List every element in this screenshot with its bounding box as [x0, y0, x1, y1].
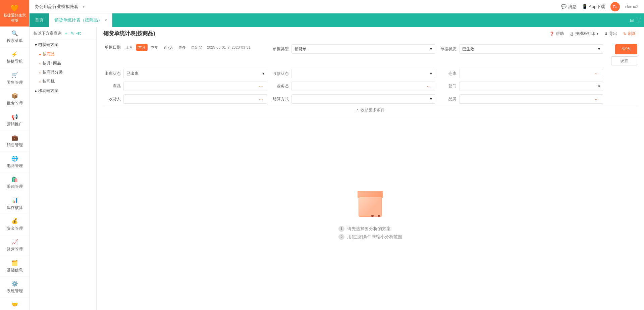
tab-bar: 首页 销货单统计表（按商品） × ⊟ ⛶ — [30, 13, 644, 27]
sidebar-item-marketing[interactable]: 📢营销推广 — [0, 110, 29, 131]
sidebar-item-wholesale[interactable]: 📦批发管理 — [0, 89, 29, 110]
export-btn[interactable]: ⬇ 导出 — [603, 30, 619, 37]
sidebar-label-wholesale: 批发管理 — [7, 101, 23, 106]
right-panel: 销货单统计表(按商品) ❓ 帮助 🖨 按模板打印 ▾ ⬇ 导出 — [97, 27, 644, 310]
payment-label: 收款状态 — [271, 71, 289, 76]
box-body — [359, 197, 382, 217]
sidebar-item-quick_nav[interactable]: ⚡快捷导航 — [0, 47, 29, 68]
department-arrow: ▾ — [598, 84, 600, 89]
settlement-select[interactable]: ▾ — [291, 94, 435, 104]
sidebar-icon-retail: 🛒 — [1, 71, 28, 79]
sidebar-icon-ecommerce: 🌐 — [1, 155, 28, 162]
sidebar-label-inventory: 库存核算 — [7, 205, 23, 210]
sidebar-icon-enterprise: 🤝 — [1, 301, 28, 308]
date-quick-btns: 上月 本月 本年 近7天 更多 自定义 2023-03-01 至 2023-03… — [123, 44, 267, 51]
date-btn-last-month[interactable]: 上月 — [123, 44, 135, 51]
sidebar-label-basic: 基础信息 — [7, 268, 23, 272]
warehouse-select[interactable]: 已出库 ▾ — [123, 69, 267, 78]
sidebar-label-sales: 销售管理 — [7, 143, 23, 147]
tab-home-label: 首页 — [35, 17, 44, 23]
tab-report[interactable]: 销货单统计表（按商品） × — [49, 13, 112, 27]
date-btn-7days[interactable]: 近7天 — [162, 44, 175, 51]
department-select[interactable]: ▾ — [459, 82, 603, 91]
tree-mobile-section[interactable]: ▸ 移动端方案 — [30, 86, 96, 96]
date-btn-custom[interactable]: 自定义 — [189, 44, 204, 51]
hint-text-2: 用[过滤]条件来缩小分析范围 — [347, 234, 402, 240]
tab-actions: ⊟ ⛶ — [630, 17, 644, 23]
help-btn[interactable]: ❓ 帮助 — [548, 30, 565, 37]
sidebar-icon-quick_nav: ⚡ — [1, 51, 28, 58]
collapse-panel-btn[interactable]: ≪ — [76, 31, 81, 36]
tree-item-by_printer[interactable]: ○按司机 — [30, 77, 96, 86]
add-scheme-btn[interactable]: ＋ — [64, 30, 68, 36]
print-btn[interactable]: 🖨 按模板打印 ▾ — [569, 30, 600, 37]
receiver-input[interactable]: ··· — [123, 94, 267, 104]
refresh-btn[interactable]: ↻ 刷新 — [622, 30, 637, 37]
sidebar-items: 🔍搜索菜单⚡快捷导航🛒零售管理📦批发管理📢营销推广💼销售管理🌐电商管理🛍️采购管… — [0, 27, 29, 310]
sidebar-icon-finance: 💰 — [1, 217, 28, 225]
tree-label-by_product_category: 按商品分类 — [43, 69, 63, 75]
date-btn-more[interactable]: 更多 — [176, 44, 188, 51]
salesperson-ellipsis[interactable]: ··· — [426, 84, 432, 89]
tree-item-by_product[interactable]: ●按商品 — [30, 50, 96, 59]
hint-num-1: 1 — [338, 226, 344, 232]
product-ellipsis[interactable]: ··· — [258, 84, 264, 89]
refresh-icon: ↻ — [623, 32, 627, 36]
settlement-arrow: ▾ — [430, 97, 432, 101]
date-range-display: 2023-03-01 至 2023-03-31 — [207, 45, 251, 50]
settings-button[interactable]: 设置 — [611, 56, 637, 65]
sidebar-icon-wholesale: 📦 — [1, 92, 28, 100]
sidebar-item-ecommerce[interactable]: 🌐电商管理 — [0, 152, 29, 172]
payment-select[interactable]: ▾ — [291, 69, 435, 78]
tree-expand-icon[interactable]: ▾ — [35, 43, 37, 47]
tab-minimize-icon[interactable]: ⊟ — [630, 17, 634, 23]
tab-fullscreen-icon[interactable]: ⛶ — [637, 17, 641, 23]
top-header: 办公用品行业模拟账套 ▾ 💬 消息 📱 App下载 Ea demo2 — [30, 0, 644, 13]
header-right: 💬 消息 📱 App下载 Ea demo2 — [561, 2, 639, 11]
tree-mobile-expand-icon[interactable]: ▸ — [35, 89, 37, 93]
app-download-btn[interactable]: 📱 App下载 — [582, 4, 605, 10]
sidebar-item-basic[interactable]: 🗂️基础信息 — [0, 256, 29, 277]
query-button[interactable]: 查询 — [615, 44, 637, 54]
salesperson-input[interactable]: ··· — [291, 82, 435, 91]
sidebar-label-quick_nav: 快捷导航 — [7, 59, 23, 64]
left-panel-title: 按以下方案查询 — [34, 31, 62, 36]
storage-input[interactable]: ··· — [459, 69, 603, 78]
sidebar-item-purchase[interactable]: 🛍️采购管理 — [0, 172, 29, 193]
sidebar-item-sales[interactable]: 💼销售管理 — [0, 131, 29, 152]
date-btn-this-month[interactable]: 本月 — [136, 44, 148, 51]
tab-report-label: 销货单统计表（按商品） — [54, 17, 102, 23]
user-avatar[interactable]: Ea — [610, 2, 620, 11]
edit-scheme-btn[interactable]: ✎ — [70, 31, 74, 36]
doc-type-select[interactable]: 销货单 ▾ — [291, 44, 435, 54]
sidebar-item-finance[interactable]: 💰资金管理 — [0, 214, 29, 235]
page-actions: ❓ 帮助 🖨 按模板打印 ▾ ⬇ 导出 ↻ 刷新 — [548, 30, 637, 37]
message-btn[interactable]: 💬 消息 — [561, 4, 577, 10]
brand-input[interactable]: ··· — [459, 94, 603, 104]
empty-illustration — [354, 188, 387, 222]
tab-close-icon[interactable]: × — [104, 17, 107, 23]
doc-status-label: 单据状态 — [439, 46, 457, 52]
sidebar-icon-inventory: 📊 — [1, 197, 28, 204]
sidebar-item-enterprise[interactable]: 🤝企业协同 — [0, 298, 29, 310]
sidebar-label-search: 搜索菜单 — [7, 38, 23, 43]
sidebar-item-operation[interactable]: 📈经营管理 — [0, 235, 29, 256]
product-input[interactable]: ··· — [123, 82, 267, 91]
doc-status-select[interactable]: 已生效 ▾ — [459, 44, 603, 54]
sidebar-item-inventory[interactable]: 📊库存核算 — [0, 193, 29, 214]
left-panel-header: 按以下方案查询 ＋ ✎ ≪ — [30, 27, 96, 40]
brand-ellipsis[interactable]: ··· — [593, 96, 600, 102]
tree-item-by_month_product[interactable]: ○按月+商品 — [30, 59, 96, 68]
collapse-filters-btn[interactable]: ∧ 收起更多条件 — [103, 105, 637, 115]
date-btn-this-year[interactable]: 本年 — [149, 44, 160, 51]
sidebar-item-system[interactable]: ⚙️系统管理 — [0, 277, 29, 298]
receiver-ellipsis[interactable]: ··· — [258, 96, 264, 102]
warehouse-label: 出库状态 — [103, 71, 121, 76]
tab-home[interactable]: 首页 — [30, 13, 49, 27]
workspace-arrow[interactable]: ▾ — [83, 4, 85, 9]
app-logo[interactable]: 🧡 畅捷通好生意 标版 — [0, 0, 29, 27]
storage-ellipsis[interactable]: ··· — [593, 71, 600, 76]
sidebar-item-search[interactable]: 🔍搜索菜单 — [0, 27, 29, 47]
sidebar-item-retail[interactable]: 🛒零售管理 — [0, 68, 29, 89]
tree-item-by_product_category[interactable]: ○按商品分类 — [30, 68, 96, 77]
